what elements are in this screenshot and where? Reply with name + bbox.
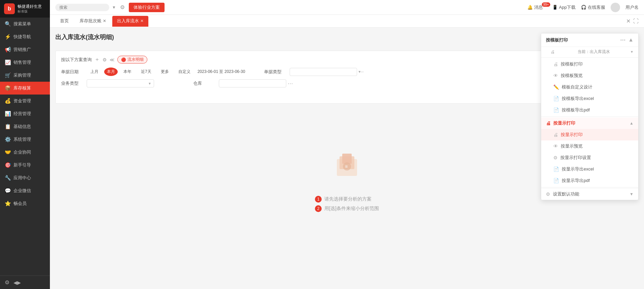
date-prev-month-button[interactable]: 上月 — [87, 68, 102, 76]
date-7days-button[interactable]: 近7天 — [137, 68, 155, 76]
online-service-button[interactable]: 🎧 在线客服 — [581, 4, 605, 10]
date-current-month-button[interactable]: 本月 — [104, 68, 118, 76]
sidebar-item-guide[interactable]: 🎯 新手引导 — [0, 159, 50, 172]
topbar-right: 🔔 消息 99+ 📱 App下载 🎧 在线客服 用户名 — [527, 3, 639, 12]
search-dropdown-icon[interactable]: ▼ — [112, 5, 116, 10]
tabbar-expand-icon[interactable]: ⛶ — [633, 18, 639, 24]
dropdown-item-display-print[interactable]: 🖨 按显示打印 — [541, 129, 638, 140]
dropdown-item-template-custom[interactable]: ✏️ 模板自定义设计 — [541, 81, 638, 93]
tabbar-close-all-icon[interactable]: ✕ — [626, 18, 631, 24]
dropdown-item-template-preview[interactable]: 👁 按模板预览 — [541, 70, 638, 81]
filter-doc-type-select[interactable] — [290, 68, 357, 76]
page-content: 出入库流水(流水明细) 🖨 按模板打印 ▲ | 📤 导出 | 🔄 — [50, 28, 644, 289]
divider-1 — [541, 57, 638, 58]
sidebar-nav: 🔍 搜索菜单 ⚡ 快捷导航 📢 营销推广 📈 销售管理 🛒 采购管理 📦 库存核… — [0, 18, 50, 275]
sidebar-item-system[interactable]: ⚙️ 系统管理 — [0, 133, 50, 146]
dropdown-item-template-excel[interactable]: 📄 按模板导出excel — [541, 93, 638, 104]
sidebar-item-member[interactable]: ⭐ 畅会员 — [0, 197, 50, 210]
dropdown-footer-item[interactable]: ⚙ 设置默认功能 ▼ — [541, 188, 638, 200]
dropdown-display-section-header[interactable]: 🖨 按显示打印 ▲ — [541, 117, 638, 129]
doc-type-more-icon[interactable]: ⋯ — [358, 69, 364, 75]
app-download-button[interactable]: 📱 App下载 — [552, 4, 576, 10]
topbar: ▼ ⚙ 体验行业方案 🔔 消息 99+ 📱 App下载 🎧 在线客服 用户名 — [50, 0, 644, 15]
filter-add-button[interactable]: ＋ — [94, 56, 100, 63]
sidebar-item-quick-nav[interactable]: ⚡ 快捷导航 — [0, 30, 50, 43]
page-title: 出入库流水(流水明细) — [55, 33, 114, 41]
display-section-arrow: ▲ — [630, 121, 634, 126]
message-button[interactable]: 🔔 消息 99+ — [527, 4, 547, 10]
filter-settings-icon[interactable]: ⚙ — [103, 57, 107, 62]
topbar-settings-icon[interactable]: ⚙ — [120, 4, 125, 10]
empty-step-1: 1 请先选择要分析的方案 — [315, 196, 379, 203]
dropdown-item-display-pdf[interactable]: 📄 按显示导出pdf — [541, 175, 638, 186]
marketing-icon: 📢 — [5, 47, 11, 53]
tab-home[interactable]: 首页 — [55, 16, 74, 27]
dropdown-close-icon[interactable]: ▲ — [628, 37, 634, 43]
dropdown-more-icon[interactable]: ⋯ — [620, 37, 625, 43]
tab-flow[interactable]: 出入库流水 ✕ — [112, 16, 148, 27]
sidebar-settings-icon[interactable]: ⚙ — [5, 279, 9, 286]
step-1-num: 1 — [315, 196, 322, 203]
sidebar-item-apps[interactable]: 🔧 应用中心 — [0, 172, 50, 184]
tab-batch-label: 库存批次账 — [80, 18, 101, 23]
sidebar-collapse-icon[interactable]: ◀▶ — [13, 280, 21, 285]
dropdown-item-display-preview[interactable]: 👁 按显示预览 — [541, 140, 638, 152]
filter-warehouse-select[interactable] — [219, 79, 286, 87]
template-pdf-label: 按模板导出pdf — [562, 107, 590, 113]
sidebar-item-sales[interactable]: 📈 销售管理 — [0, 56, 50, 69]
date-custom-button[interactable]: 自定义 — [175, 68, 194, 76]
filter-date-label: 单据日期 — [61, 69, 81, 75]
industry-solution-button[interactable]: 体验行业方案 — [129, 3, 165, 12]
step-1-text: 请先选择要分析的方案 — [324, 196, 372, 202]
date-more-button[interactable]: 更多 — [157, 68, 173, 76]
wechat-icon: 💬 — [5, 188, 11, 194]
user-avatar[interactable] — [611, 3, 620, 12]
sidebar-item-operations[interactable]: 📊 经营管理 — [0, 107, 50, 120]
sidebar-item-wechat[interactable]: 💬 企业微信 — [0, 184, 50, 197]
member-icon: ⭐ — [5, 201, 11, 207]
footer-arrow: ▼ — [630, 192, 634, 196]
dropdown-item-display-settings[interactable]: ⚙ 按显示打印设置 — [541, 152, 638, 163]
sales-icon: 📈 — [5, 59, 11, 65]
display-section-icon: 🖨 — [546, 121, 551, 126]
dropdown-item-display-excel[interactable]: 📄 按显示导出excel — [541, 163, 638, 175]
search-input[interactable] — [55, 4, 109, 11]
sidebar-item-finance[interactable]: 💰 资金管理 — [0, 95, 50, 107]
date-year-button[interactable]: 本年 — [120, 68, 135, 76]
dropdown-current-section[interactable]: 🖨 当前：出入库流水 ▼ — [541, 47, 638, 57]
dropdown-item-template-pdf[interactable]: 📄 按模板导出pdf — [541, 104, 638, 116]
template-pdf-icon: 📄 — [553, 107, 559, 113]
display-excel-icon: 📄 — [553, 166, 559, 172]
svg-text:≡: ≡ — [345, 164, 348, 169]
dropdown-item-template-print[interactable]: 🖨 按模板打印 — [541, 58, 638, 70]
tabbar: 首页 库存批次账 ✕ 出入库流水 ✕ ✕ ⛶ — [50, 15, 644, 28]
filter-collapse-icon[interactable]: ≪ — [110, 57, 115, 62]
sidebar-item-search[interactable]: 🔍 搜索菜单 — [0, 18, 50, 30]
divider-2 — [541, 116, 638, 117]
sidebar-item-purchase[interactable]: 🛒 采购管理 — [0, 69, 50, 82]
filter-tag-dot-icon: 🔴 — [121, 57, 126, 62]
filter-warehouse-wrap: ⋯ — [219, 79, 293, 87]
filter-business-select[interactable] — [87, 79, 154, 87]
warehouse-more-icon[interactable]: ⋯ — [288, 80, 293, 87]
basic-icon: 📋 — [5, 124, 11, 130]
template-print-label: 按模板打印 — [561, 61, 583, 67]
tab-flow-label: 出入库流水 — [117, 18, 139, 24]
sidebar-item-collab[interactable]: 🤝 企业协同 — [0, 146, 50, 159]
filter-date-range: 2023-06-01 至 2023-06-30 — [198, 69, 245, 75]
tab-flow-close-icon[interactable]: ✕ — [140, 19, 144, 23]
tab-batch[interactable]: 库存批次账 ✕ — [75, 16, 111, 27]
sidebar-item-marketing[interactable]: 📢 营销推广 — [0, 43, 50, 56]
filter-tag[interactable]: 🔴 流水明细 — [117, 56, 147, 63]
search-icon: 🔍 — [5, 21, 11, 27]
template-preview-label: 按模板预览 — [561, 73, 583, 79]
filter-tag-label: 流水明细 — [127, 57, 144, 62]
sidebar-item-basic[interactable]: 📋 基础信息 — [0, 120, 50, 133]
tab-batch-close-icon[interactable]: ✕ — [103, 19, 106, 23]
quick-nav-icon: ⚡ — [5, 34, 11, 40]
main-area: ▼ ⚙ 体验行业方案 🔔 消息 99+ 📱 App下载 🎧 在线客服 用户名 首… — [50, 0, 644, 289]
sidebar-item-inventory[interactable]: 📦 库存核算 — [0, 82, 50, 95]
display-preview-label: 按显示预览 — [561, 143, 583, 149]
dropdown-header-icons: ⋯ ▲ — [620, 37, 634, 43]
footer-settings-icon: ⚙ — [546, 191, 550, 197]
